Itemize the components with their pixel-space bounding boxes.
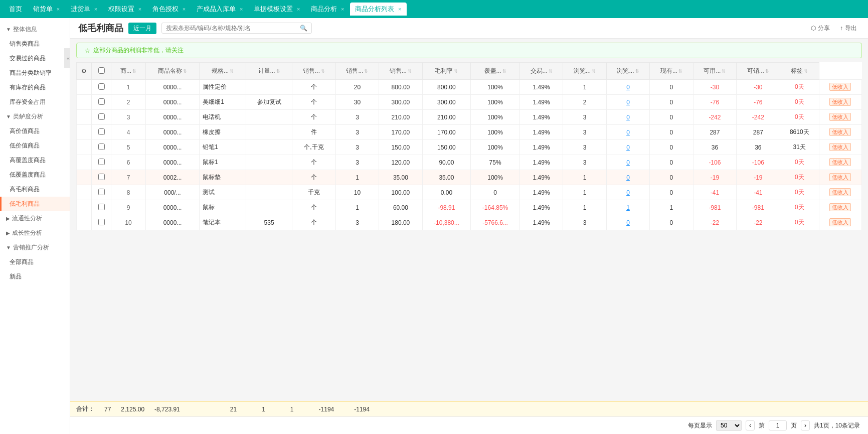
col-views2[interactable]: 浏览...⇅ (606, 63, 649, 80)
row-views1[interactable]: 0 (606, 95, 649, 110)
sidebar-item-new-products[interactable]: 新品 (0, 269, 70, 284)
nav-role-auth[interactable]: 角色授权 × (147, 3, 191, 16)
select-all-checkbox[interactable] (98, 67, 105, 74)
share-btn[interactable]: ⬡ 分享 (808, 23, 833, 34)
prev-page-btn[interactable]: ‹ (746, 420, 755, 430)
nav-product-analysis[interactable]: 商品分析 × (306, 3, 349, 16)
col-transactions[interactable]: 交易...⇅ (519, 63, 563, 80)
row-check[interactable] (98, 189, 105, 195)
row-checkbox[interactable] (92, 110, 111, 125)
sidebar-collapse-btn[interactable]: « (64, 48, 70, 68)
col-sales-amount[interactable]: 销售...⇅ (335, 63, 379, 80)
row-check[interactable] (98, 98, 105, 105)
nav-permission-settings[interactable]: 权限设置 × (103, 3, 146, 16)
col-sales-qty[interactable]: 销售...⇅ (292, 63, 335, 80)
row-checkbox[interactable] (92, 155, 111, 170)
row-check[interactable] (98, 159, 105, 165)
col-sales-profit[interactable]: 销售...⇅ (379, 63, 422, 80)
close-icon[interactable]: × (341, 6, 344, 12)
close-icon[interactable]: × (138, 6, 141, 12)
col-tag[interactable]: 标签⇅ (780, 63, 819, 80)
row-check[interactable] (98, 204, 105, 210)
row-check[interactable] (98, 113, 105, 120)
sidebar-item-high-coverage[interactable]: 高覆盖度商品 (0, 153, 70, 168)
sidebar-group-marketing[interactable]: ▼ 营销推广分析 (0, 240, 70, 255)
sidebar-item-low-value[interactable]: 低价值商品 (0, 138, 70, 153)
row-checkbox[interactable] (92, 200, 111, 215)
sidebar-group-coverage[interactable]: ▼ 类鲈度分析 (0, 109, 70, 124)
sidebar-item-high-value[interactable]: 高价值商品 (0, 124, 70, 138)
col-views1[interactable]: 浏览...⇅ (563, 63, 606, 80)
sidebar-item-low-coverage[interactable]: 低覆盖度商品 (0, 168, 70, 182)
row-check[interactable] (98, 128, 105, 135)
nav-purchase-order[interactable]: 进货单 × (66, 3, 102, 16)
close-icon[interactable]: × (57, 6, 60, 12)
row-check[interactable] (98, 219, 105, 225)
row-saleable: 0天 (780, 155, 819, 170)
row-views1[interactable]: 0 (606, 185, 649, 200)
row-views1[interactable]: 0 (606, 155, 649, 170)
row-views1[interactable]: 0 (606, 170, 649, 185)
close-icon[interactable]: × (297, 6, 300, 12)
row-checkbox[interactable] (92, 215, 111, 230)
col-checkbox[interactable] (92, 63, 111, 80)
row-views1[interactable]: 0 (606, 80, 649, 95)
sidebar-item-low-margin[interactable]: 低毛利商品 (0, 197, 70, 211)
sidebar-item-capital[interactable]: 库存资金占用 (0, 95, 70, 109)
col-current-stock[interactable]: 现有...⇅ (650, 63, 693, 80)
col-name[interactable]: 商品名称⇅ (145, 63, 200, 80)
row-checkbox[interactable] (92, 140, 111, 155)
tag-label: 低收入 (829, 173, 851, 181)
sidebar-item-in-stock[interactable]: 有库存的商品 (0, 80, 70, 95)
row-checkbox[interactable] (92, 125, 111, 140)
nav-product-analysis-list[interactable]: 商品分析列表 × (350, 3, 406, 16)
row-checkbox[interactable] (92, 170, 111, 185)
col-code[interactable]: 商...⇅ (111, 63, 145, 80)
row-saleable: 31天 (780, 140, 819, 155)
sidebar-item-traded-products[interactable]: 交易过的商品 (0, 51, 70, 66)
sidebar-group-overall[interactable]: ▼ 整体信息 (0, 22, 70, 37)
close-icon[interactable]: × (183, 6, 186, 12)
nav-home[interactable]: 首页 (4, 3, 27, 16)
nav-product-instock[interactable]: 产成品入库单 × (192, 3, 248, 16)
nav-sales-order[interactable]: 销货单 × (28, 3, 65, 16)
export-btn[interactable]: ↑ 导出 (837, 23, 860, 34)
row-views1[interactable]: 0 (606, 215, 649, 230)
sidebar-item-category-rate[interactable]: 商品分类助销率 (0, 66, 70, 80)
close-icon[interactable]: × (94, 6, 97, 12)
col-settings[interactable]: ⚙ (77, 63, 92, 80)
search-icon[interactable]: 🔍 (300, 25, 307, 32)
col-coverage[interactable]: 覆盖...⇅ (471, 63, 520, 80)
close-icon[interactable]: × (398, 6, 401, 12)
page-input[interactable] (769, 420, 787, 430)
row-views1[interactable]: 0 (606, 140, 649, 155)
filter-recent-month-btn[interactable]: 近一月 (128, 23, 156, 34)
search-input[interactable] (166, 25, 298, 32)
sidebar-item-all-products[interactable]: 全部商品 (0, 255, 70, 269)
row-check[interactable] (98, 83, 105, 90)
row-sales-qty: 3 (335, 155, 379, 170)
row-views1[interactable]: 0 (606, 110, 649, 125)
table-row: 6 0000... 鼠标1 个 3 120.00 90.00 75% 1.49%… (77, 155, 862, 170)
col-spec[interactable]: 规格...⇅ (200, 63, 246, 80)
row-views1[interactable]: 1 (606, 200, 649, 215)
row-checkbox[interactable] (92, 80, 111, 95)
row-checkbox[interactable] (92, 95, 111, 110)
row-tag: 低收入 (819, 95, 861, 110)
sidebar-item-sales-products[interactable]: 销售类商品 (0, 37, 70, 51)
col-gross-margin[interactable]: 毛利率⇅ (422, 63, 471, 80)
page-size-select[interactable]: 50 20 100 (716, 420, 742, 431)
nav-template-settings[interactable]: 单据模板设置 × (249, 3, 305, 16)
row-checkbox[interactable] (92, 185, 111, 200)
col-available[interactable]: 可用...⇅ (693, 63, 736, 80)
next-page-btn[interactable]: › (801, 420, 810, 430)
sidebar-item-high-margin[interactable]: 高毛利商品 (0, 182, 70, 197)
sidebar-group-growth[interactable]: ▶ 成长性分析 (0, 226, 70, 240)
row-check[interactable] (98, 143, 105, 150)
sidebar-group-flow[interactable]: ▶ 流通性分析 (0, 211, 70, 226)
col-unit[interactable]: 计量...⇅ (246, 63, 292, 80)
col-saleable[interactable]: 可销...⇅ (737, 63, 780, 80)
row-views1[interactable]: 0 (606, 125, 649, 140)
close-icon[interactable]: × (240, 6, 243, 12)
row-check[interactable] (98, 174, 105, 180)
